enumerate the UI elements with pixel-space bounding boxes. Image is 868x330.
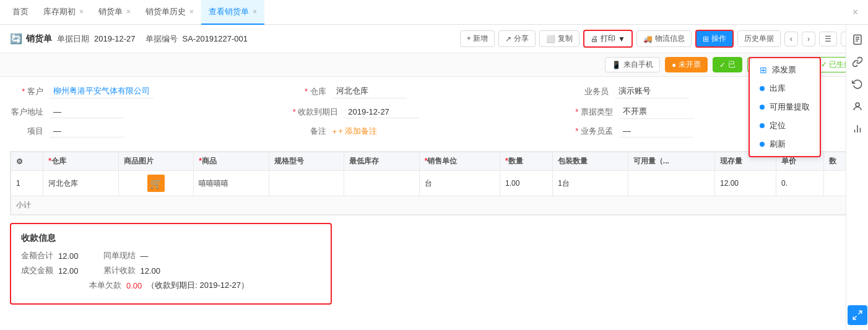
close-tab-sales-history[interactable]: ×: [189, 7, 194, 16]
truck-icon: 🚚: [643, 35, 653, 43]
share-button[interactable]: ↗ 分享: [498, 30, 536, 47]
not-opened-button[interactable]: ● 未开票: [665, 57, 708, 72]
payment-info-panel: 收款信息 金额合计 12.00 同单现结 — 成交金额 12.00 累计收款: [10, 223, 332, 305]
doc-actions: + 新增 ↗ 分享 ⬜ 复制 🖨 打印 ▼ 🚚 物流信息: [460, 30, 858, 48]
staff-value: 演示账号: [615, 84, 689, 98]
tickettype-label: 票据类型: [575, 106, 617, 118]
print-icon: 🖨: [591, 35, 598, 43]
nav-next-button[interactable]: ›: [802, 32, 815, 46]
form-row-2: 客户地址 — 收款到期日 2019-12-27 票据类型 不开票: [10, 105, 858, 119]
form-item-project: 项目 —: [10, 125, 293, 137]
menu-item-available-qty[interactable]: 可用量提取: [750, 98, 820, 116]
deal-amount-item: 成交金额 12.00: [21, 265, 79, 276]
close-tab-inventory[interactable]: ×: [79, 7, 84, 16]
dot-icon-outbound: [760, 86, 765, 91]
form-item-warehouse: 仓库 河北仓库: [293, 84, 576, 98]
cumulative-item: 累计收款 12.00: [103, 265, 161, 276]
menu-item-locate[interactable]: 定位: [750, 116, 820, 135]
deal-amount-label: 成交金额: [21, 265, 53, 276]
layout-list-button[interactable]: ☰: [819, 32, 837, 46]
owed-label: 本单欠款: [89, 280, 121, 291]
dot-icon-refresh: [760, 142, 765, 147]
col-product: *商品: [194, 152, 269, 171]
tab-view-sales-order[interactable]: 查看销货单 ×: [201, 0, 264, 25]
row-unit: 台: [419, 171, 500, 196]
row-min-stock: [344, 171, 419, 196]
copy-button[interactable]: ⬜ 复制: [539, 30, 579, 47]
doc-header: 🔄 销货单 单据日期 2019-12-27 单据编号 SA-20191227-0…: [0, 25, 868, 53]
logistics-button[interactable]: 🚚 物流信息: [636, 30, 692, 47]
owed-item: 本单欠款 0.00 （收款到期日: 2019-12-27）: [89, 280, 249, 291]
row-no: 1: [11, 171, 43, 196]
col-gear: ⚙: [11, 152, 43, 171]
staffname-value: —: [619, 125, 693, 137]
doc-icon: 🔄: [10, 33, 22, 45]
sidebar-expand-icon[interactable]: [848, 305, 867, 325]
print-dropdown-icon: ▼: [618, 35, 625, 43]
total-amount-item: 金额合计 12.00: [21, 250, 79, 261]
menu-item-invoice[interactable]: ⊞ 添发票: [750, 61, 820, 79]
invoice-grid-icon: ⊞: [760, 65, 767, 75]
customer-value[interactable]: 柳州粤港平安气体有限公司: [50, 84, 154, 98]
new-button[interactable]: + 新增: [460, 30, 495, 47]
col-spec: 规格型号: [269, 152, 344, 171]
sidebar-doc-icon[interactable]: [848, 30, 867, 50]
from-phone-button[interactable]: 📱 来自手机: [605, 57, 660, 72]
operations-button[interactable]: ⊞ 操作: [695, 30, 734, 48]
tab-sales-history[interactable]: 销货单历史 ×: [138, 0, 201, 25]
menu-item-refresh[interactable]: 刷新: [750, 135, 820, 154]
sidebar-link-icon[interactable]: [848, 52, 867, 72]
svg-line-9: [853, 316, 856, 319]
close-tab-sales[interactable]: ×: [126, 7, 131, 16]
payment-row-2: 成交金额 12.00 累计收款 12.00: [21, 265, 321, 276]
table-subtotal-row: 小计: [11, 196, 857, 215]
phone-icon: 📱: [612, 61, 621, 69]
add-note-button[interactable]: + + 添加备注: [332, 126, 378, 137]
form-row-1: 客户 柳州粤港平安气体有限公司 仓库 河北仓库 业务员 演示账号: [10, 84, 858, 98]
status-bar: 📱 来自手机 ● 未开票 ✓ 已 ✓ ✓ 已核销 ✓ ✓ 已生效: [0, 53, 868, 77]
menu-item-outbound[interactable]: 出库: [750, 79, 820, 98]
col-warehouse: *仓库: [43, 152, 118, 171]
copy-icon: ⬜: [546, 35, 555, 43]
total-value: 12.00: [58, 251, 79, 261]
address-label: 客户地址: [10, 106, 47, 118]
total-label: 金额合计: [21, 250, 53, 261]
row-stock: 12.00: [715, 171, 776, 196]
single-settle-label: 同单现结: [103, 250, 136, 261]
project-label: 项目: [10, 126, 47, 137]
cumulative-value: 12.00: [141, 266, 161, 276]
owed-value: 0.00: [126, 281, 142, 290]
address-value: —: [50, 106, 124, 118]
owed-note: （收款到期日: 2019-12-27）: [147, 280, 249, 291]
dot-icon-available: [760, 105, 765, 110]
row-spec: [269, 171, 344, 196]
print-button[interactable]: 🖨 打印 ▼: [583, 30, 633, 48]
nav-prev-button[interactable]: ‹: [784, 32, 798, 46]
table-row: 1 河北仓库 🛒 嘻嘻嘻嘻 台 1.00 1台: [11, 171, 857, 196]
col-image: 商品图片: [118, 152, 193, 171]
ticket-icon: ●: [672, 61, 676, 69]
form-row-3: 项目 — 备注 + + 添加备注 业务员孟 —: [10, 125, 858, 137]
number-label: 单据编号 SA-20191227-001: [145, 33, 248, 45]
confirm-button[interactable]: ✓ 已: [713, 57, 742, 72]
window-close-button[interactable]: ×: [848, 7, 863, 18]
check-icon: ✓: [719, 61, 726, 69]
form-item-note: 备注 + + 添加备注: [293, 126, 576, 137]
grid-icon: ⊞: [703, 35, 709, 43]
warehouse-label: 仓库: [293, 86, 330, 97]
paydate-label: 收款到期日: [293, 106, 342, 118]
row-warehouse: 河北仓库: [43, 171, 118, 196]
tab-inventory-initial[interactable]: 库存期初 ×: [36, 0, 91, 25]
tab-sales-order[interactable]: 销货单 ×: [91, 0, 138, 25]
subtotal-label: 小计: [11, 196, 857, 215]
staff-label: 业务员: [575, 86, 612, 97]
sidebar-chart-icon[interactable]: [848, 119, 867, 139]
staffname-label: 业务员孟: [575, 126, 617, 137]
payment-row-3: 本单欠款 0.00 （收款到期日: 2019-12-27）: [21, 280, 321, 291]
tab-home[interactable]: 首页: [5, 0, 36, 25]
close-tab-view[interactable]: ×: [253, 7, 257, 16]
product-image: 🛒: [147, 175, 165, 192]
sidebar-person-icon[interactable]: [848, 97, 867, 116]
sidebar-refresh-icon[interactable]: [848, 74, 867, 94]
history-button[interactable]: 历史单据: [737, 30, 781, 47]
